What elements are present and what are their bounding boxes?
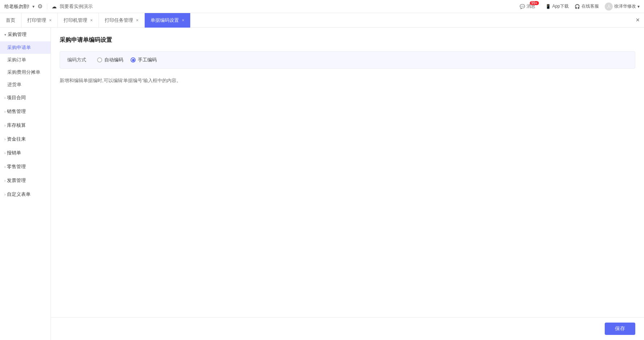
footer: 保存 bbox=[51, 317, 644, 340]
message-badge: 99+ bbox=[530, 1, 539, 5]
tab-home[interactable]: 首页 bbox=[0, 13, 21, 28]
fund-group-label: 资金往来 bbox=[7, 136, 26, 142]
top-bar-left: 给老板勿割! ▾ ⚙ ☁ 我要看实例演示 bbox=[4, 3, 93, 10]
radio-group: 自动编码 手工编码 bbox=[97, 57, 157, 63]
user-dropdown-icon: ▾ bbox=[637, 4, 640, 9]
message-icon: 💬 bbox=[520, 4, 525, 9]
radio-manual-circle bbox=[131, 57, 136, 62]
sidebar-group-inventory-header[interactable]: › 库存核算 bbox=[0, 118, 51, 132]
encoding-label: 编码方式 bbox=[67, 57, 86, 63]
sidebar-group-sales-header[interactable]: › 销售管理 bbox=[0, 105, 51, 118]
invoice-group-arrow: › bbox=[4, 179, 5, 183]
tab-bill-code[interactable]: 单据编码设置 × bbox=[145, 13, 191, 28]
user-menu[interactable]: 人 徐泽华修改 ▾ bbox=[605, 3, 640, 11]
sidebar-group-project-header[interactable]: › 项目合同 bbox=[0, 91, 51, 105]
radio-auto-circle bbox=[97, 57, 102, 62]
settings-icon[interactable]: ⚙ bbox=[37, 3, 43, 10]
project-group-arrow: › bbox=[4, 96, 5, 100]
purchase-group-label: 采购管理 bbox=[8, 31, 27, 38]
dropdown-icon[interactable]: ▾ bbox=[32, 4, 35, 9]
sidebar-item-incoming[interactable]: 进货单 bbox=[0, 78, 51, 91]
close-bill-code-icon[interactable]: × bbox=[182, 18, 184, 23]
save-button[interactable]: 保存 bbox=[605, 323, 635, 335]
sidebar-item-incoming-label: 进货单 bbox=[7, 82, 21, 87]
app-download-button[interactable]: 📱 App下载 bbox=[545, 3, 569, 9]
sidebar-item-purchase-expense[interactable]: 采购费用分摊单 bbox=[0, 66, 51, 78]
sidebar-item-purchase-order-label: 采购订单 bbox=[7, 57, 26, 62]
sales-group-label: 销售管理 bbox=[7, 108, 26, 115]
demo-link[interactable]: 我要看实例演示 bbox=[60, 3, 93, 10]
content-spacer bbox=[51, 181, 644, 317]
sales-group-arrow: › bbox=[4, 110, 5, 114]
user-name: 徐泽华修改 bbox=[614, 3, 636, 9]
sidebar-group-purchase-header[interactable]: ▾ 采购管理 bbox=[0, 28, 51, 41]
online-service-button[interactable]: 🎧 在线客服 bbox=[575, 3, 599, 9]
close-print-mgmt-icon[interactable]: × bbox=[49, 18, 52, 23]
fund-group-arrow: › bbox=[4, 137, 5, 141]
description-text: 新增和编辑单据编时,可以编辑'单据编号'输入框中的内容。 bbox=[60, 74, 635, 87]
sidebar-item-purchase-request[interactable]: 采购申请单 bbox=[0, 41, 51, 54]
return-group-label: 报销单 bbox=[7, 150, 21, 156]
layout: ▾ 采购管理 采购申请单 采购订单 采购费用分摊单 进货单 › 项目合同 › 销… bbox=[0, 28, 644, 340]
page-title: 采购申请单编码设置 bbox=[60, 36, 635, 44]
online-service-label: 在线客服 bbox=[581, 3, 599, 9]
tabs-bar: 首页 打印管理 × 打印机管理 × 打印任务管理 × 单据编码设置 × × bbox=[0, 13, 644, 28]
avatar: 人 bbox=[605, 3, 613, 11]
tab-print-task-label: 打印任务管理 bbox=[105, 17, 133, 24]
close-printer-mgmt-icon[interactable]: × bbox=[90, 18, 93, 23]
custom-form-group-label: 自定义表单 bbox=[7, 191, 31, 198]
purchase-group-arrow: ▾ bbox=[4, 33, 6, 37]
tab-home-label: 首页 bbox=[6, 17, 15, 24]
tab-print-mgmt-label: 打印管理 bbox=[27, 17, 46, 24]
close-tab-bar-button[interactable]: × bbox=[631, 16, 644, 24]
headset-icon: 🎧 bbox=[575, 4, 580, 9]
tab-bill-code-label: 单据编码设置 bbox=[151, 17, 179, 24]
tab-print-task[interactable]: 打印任务管理 × bbox=[99, 13, 145, 28]
radio-manual-encoding[interactable]: 手工编码 bbox=[131, 57, 157, 63]
retail-group-label: 零售管理 bbox=[7, 163, 26, 170]
sidebar-item-purchase-request-label: 采购申请单 bbox=[7, 45, 31, 50]
app-logo: 给老板勿割! bbox=[4, 3, 29, 10]
sidebar-item-purchase-order[interactable]: 采购订单 bbox=[0, 54, 51, 66]
project-group-label: 项目合同 bbox=[7, 94, 26, 101]
sidebar: ▾ 采购管理 采购申请单 采购订单 采购费用分摊单 进货单 › 项目合同 › 销… bbox=[0, 28, 51, 340]
top-bar: 给老板勿割! ▾ ⚙ ☁ 我要看实例演示 💬 消息 99+ 📱 App下载 🎧 … bbox=[0, 0, 644, 13]
custom-form-group-arrow: › bbox=[4, 193, 5, 197]
app-download-label: App下载 bbox=[552, 3, 569, 9]
sidebar-group-fund-header[interactable]: › 资金往来 bbox=[0, 132, 51, 146]
sidebar-group-retail-header[interactable]: › 零售管理 bbox=[0, 160, 51, 174]
radio-auto-encoding[interactable]: 自动编码 bbox=[97, 57, 123, 63]
tab-print-mgmt[interactable]: 打印管理 × bbox=[21, 13, 58, 28]
return-group-arrow: › bbox=[4, 151, 5, 155]
main-content: 采购申请单编码设置 编码方式 自动编码 手工编码 bbox=[51, 28, 644, 340]
retail-group-arrow: › bbox=[4, 165, 5, 169]
sidebar-group-purchase: ▾ 采购管理 采购申请单 采购订单 采购费用分摊单 进货单 bbox=[0, 28, 51, 91]
close-print-task-icon[interactable]: × bbox=[136, 18, 139, 23]
sidebar-group-invoice-header[interactable]: › 发票管理 bbox=[0, 174, 51, 187]
tab-printer-mgmt[interactable]: 打印机管理 × bbox=[58, 13, 99, 28]
invoice-group-label: 发票管理 bbox=[7, 177, 26, 184]
radio-manual-label: 手工编码 bbox=[138, 57, 157, 63]
tab-printer-mgmt-label: 打印机管理 bbox=[64, 17, 87, 24]
sidebar-item-purchase-expense-label: 采购费用分摊单 bbox=[7, 69, 40, 75]
message-button[interactable]: 💬 消息 99+ bbox=[520, 3, 535, 9]
sidebar-group-return-header[interactable]: › 报销单 bbox=[0, 146, 51, 160]
content-body: 采购申请单编码设置 编码方式 自动编码 手工编码 bbox=[51, 28, 644, 181]
app-download-icon: 📱 bbox=[545, 4, 551, 9]
inventory-group-arrow: › bbox=[4, 124, 5, 128]
inventory-group-label: 库存核算 bbox=[7, 122, 26, 129]
divider bbox=[47, 4, 47, 9]
sidebar-group-custom-form-header[interactable]: › 自定义表单 bbox=[0, 187, 51, 201]
encoding-section: 编码方式 自动编码 手工编码 bbox=[60, 51, 635, 69]
cloud-icon: ☁ bbox=[52, 4, 57, 9]
radio-auto-label: 自动编码 bbox=[104, 57, 123, 63]
top-bar-right: 💬 消息 99+ 📱 App下载 🎧 在线客服 人 徐泽华修改 ▾ bbox=[520, 3, 640, 11]
